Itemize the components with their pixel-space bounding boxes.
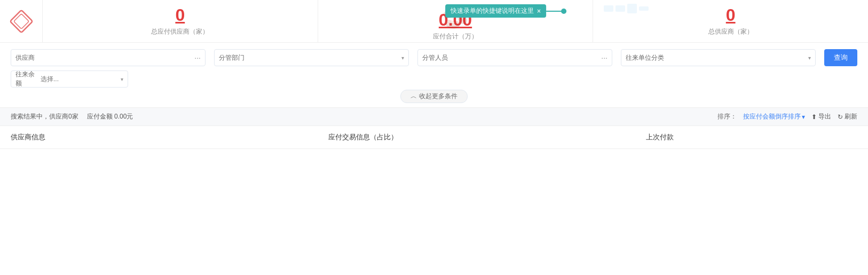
collapse-up-icon: ︿ <box>411 92 417 101</box>
background-blocks <box>604 5 649 13</box>
stat-number-payable-suppliers: 0 <box>175 6 185 25</box>
tooltip-text: 快速录单的快捷键说明在这里 <box>451 6 534 15</box>
category-label: 往来单位分类 <box>626 53 808 62</box>
refresh-icon: ↻ <box>838 113 843 121</box>
svg-rect-0 <box>10 10 32 32</box>
filter-row-2: 往来余额 ▾ <box>11 70 857 88</box>
logo-area <box>0 0 43 42</box>
table-header: 供应商信息 应付交易信息（占比） 上次付款 <box>0 126 868 149</box>
refresh-button[interactable]: ↻ 刷新 <box>838 112 857 121</box>
supplier-label: 供应商 <box>15 53 37 62</box>
export-label: 导出 <box>818 112 831 121</box>
category-chevron-icon: ▾ <box>808 55 811 61</box>
table-body-empty <box>0 149 868 256</box>
filter-bar: 供应商 ··· 分管部门 ▾ 分管人员 ··· 往来单位分类 ▾ 查询 往来余额… <box>0 43 868 108</box>
tooltip-close-button[interactable]: × <box>537 7 541 15</box>
person-input[interactable] <box>451 54 601 61</box>
department-filter[interactable]: 分管部门 ▾ <box>214 49 409 66</box>
result-suppliers-count: 搜索结果中，供应商0家 <box>11 112 78 121</box>
result-actions: 排序： 按应付会额倒序排序 ▾ ⬆ 导出 ↻ 刷新 <box>717 112 857 121</box>
stat-number-total-suppliers: 0 <box>726 6 736 25</box>
collapse-button[interactable]: ︿ 收起更多条件 <box>400 90 468 103</box>
table-col-supplier-info: 供应商信息 <box>11 132 328 142</box>
supplier-filter[interactable]: 供应商 ··· <box>11 49 206 66</box>
export-icon: ⬆ <box>811 113 817 121</box>
person-more-icon[interactable]: ··· <box>601 53 607 62</box>
result-amount: 应付金额 0.00元 <box>87 112 133 121</box>
stat-label-payable-suppliers: 总应付供应商（家） <box>151 27 209 36</box>
table-col-transaction-info: 应付交易信息（占比） <box>328 132 646 142</box>
category-filter[interactable]: 往来单位分类 ▾ <box>621 49 816 66</box>
sort-select[interactable]: 按应付会额倒序排序 ▾ <box>743 112 805 121</box>
supplier-input[interactable] <box>40 54 194 61</box>
export-button[interactable]: ⬆ 导出 <box>811 112 831 121</box>
sort-chevron-icon: ▾ <box>802 113 805 121</box>
stat-label-total-suppliers: 总供应商（家） <box>708 27 753 36</box>
collapse-label: 收起更多条件 <box>419 92 457 101</box>
shortcut-tooltip: 快速录单的快捷键说明在这里 × <box>445 4 546 18</box>
sort-label: 排序： <box>717 112 737 121</box>
stat-payable-total: 🫘 快速录单的快捷键说明在这里 × 0.00 应付合计（万） <box>318 0 594 42</box>
stat-total-suppliers: 0 总供应商（家） <box>593 0 868 42</box>
collapse-bar: ︿ 收起更多条件 <box>11 90 857 103</box>
department-label: 分管部门 <box>219 53 401 62</box>
balance-filter[interactable]: 往来余额 ▾ <box>11 70 128 88</box>
stat-total-payable-suppliers: 0 总应付供应商（家） <box>43 0 318 42</box>
supplier-more-icon[interactable]: ··· <box>194 53 201 62</box>
department-chevron-icon: ▾ <box>401 55 404 61</box>
balance-label: 往来余额 <box>15 70 41 88</box>
person-label: 分管人员 <box>422 53 448 62</box>
diamond-icon <box>8 8 35 35</box>
stats-bar: 0 总应付供应商（家） 🫘 快速录单的快捷键说明在这里 × 0.00 应付合计（… <box>0 0 868 43</box>
table-col-last-payment: 上次付款 <box>646 132 858 142</box>
tooltip-dot <box>561 9 566 14</box>
refresh-label: 刷新 <box>845 112 857 121</box>
balance-chevron-icon: ▾ <box>121 76 123 82</box>
sort-value: 按应付会额倒序排序 <box>743 112 801 121</box>
filter-row-1: 供应商 ··· 分管部门 ▾ 分管人员 ··· 往来单位分类 ▾ 查询 <box>11 49 857 66</box>
query-button[interactable]: 查询 <box>824 49 857 66</box>
result-bar: 搜索结果中，供应商0家 应付金额 0.00元 排序： 按应付会额倒序排序 ▾ ⬆… <box>0 108 868 126</box>
result-summary: 搜索结果中，供应商0家 应付金额 0.00元 <box>11 112 133 121</box>
balance-input[interactable] <box>41 75 121 83</box>
person-filter[interactable]: 分管人员 ··· <box>417 49 612 66</box>
stat-label-payable-total: 应付合计（万） <box>433 32 478 41</box>
